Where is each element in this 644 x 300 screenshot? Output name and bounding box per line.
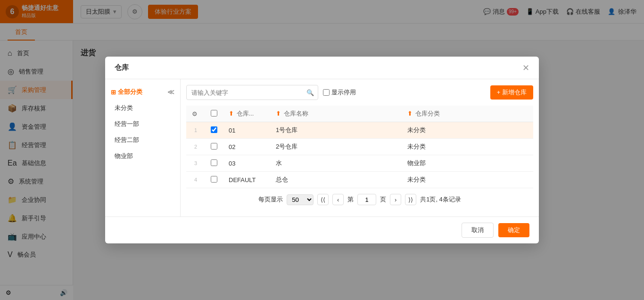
row-code-cell: DEFAULT	[223, 172, 270, 188]
page-number-input[interactable]	[357, 194, 376, 205]
category-item-dept1[interactable]: 经营一部	[105, 116, 180, 132]
warehouse-table: ⚙ ⬆ 仓库... ⬆	[186, 106, 533, 188]
next-page-button[interactable]: ›	[390, 194, 401, 205]
search-icon[interactable]: 🔍	[303, 89, 318, 96]
row-checkbox-cell	[205, 139, 223, 155]
col-checkbox	[205, 106, 223, 122]
modal-overlay: 仓库 ✕ ⊞ 全部分类 ≪ 未分类 经营一部 经营二部 物业部	[0, 0, 644, 300]
table-row[interactable]: 1 01 1号仓库 未分类	[186, 122, 533, 139]
first-page-button[interactable]: ⟨⟨	[317, 194, 329, 205]
row-checkbox-cell	[205, 122, 223, 139]
row-settings-cell: 2	[186, 139, 205, 155]
row-settings-cell: 1	[186, 122, 205, 139]
table-body: 1 01 1号仓库 未分类 2 02 2号仓库 未分类 3 03 水 物业部 4	[186, 122, 533, 188]
confirm-button[interactable]: 确定	[498, 223, 529, 237]
row-category-cell: 物业部	[402, 155, 533, 172]
modal-category-sidebar: ⊞ 全部分类 ≪ 未分类 经营一部 经营二部 物业部	[105, 79, 181, 217]
row-name-cell: 1号仓库	[270, 122, 402, 139]
row-code-cell: 01	[223, 122, 270, 139]
row-select-checkbox[interactable]	[211, 126, 217, 133]
modal-footer: 取消 确定	[105, 217, 539, 243]
row-checkbox-cell	[205, 155, 223, 172]
sort-name-icon: ⬆	[276, 110, 281, 117]
table-header: ⚙ ⬆ 仓库... ⬆	[186, 106, 533, 122]
category-item-dept2[interactable]: 经营二部	[105, 132, 180, 148]
category-item-property[interactable]: 物业部	[105, 148, 180, 164]
select-all-checkbox[interactable]	[211, 110, 217, 117]
per-page-select[interactable]: 50 100 200	[287, 194, 314, 205]
row-name-cell: 总仓	[270, 172, 402, 188]
modal-header: 仓库 ✕	[105, 57, 539, 79]
prev-page-button[interactable]: ‹	[332, 194, 344, 205]
pagination: 每页显示 50 100 200 ⟨⟨ ‹ 第 页 › ⟩⟩ 共1页, 4条记录	[186, 188, 533, 211]
category-item-unclassified[interactable]: 未分类	[105, 100, 180, 116]
modal-main-content: 🔍 显示停用 + 新增仓库 ⚙	[181, 79, 539, 217]
col-settings: ⚙	[186, 106, 205, 122]
add-warehouse-button[interactable]: + 新增仓库	[490, 85, 533, 100]
last-page-button[interactable]: ⟩⟩	[405, 194, 416, 205]
row-code-cell: 02	[223, 139, 270, 155]
table-row[interactable]: 2 02 2号仓库 未分类	[186, 139, 533, 155]
warehouse-modal: 仓库 ✕ ⊞ 全部分类 ≪ 未分类 经营一部 经营二部 物业部	[105, 57, 539, 243]
row-category-cell: 未分类	[402, 122, 533, 139]
table-row[interactable]: 3 03 水 物业部	[186, 155, 533, 172]
row-name-cell: 水	[270, 155, 402, 172]
row-settings-cell: 4	[186, 172, 205, 188]
modal-close-button[interactable]: ✕	[522, 64, 529, 72]
search-box: 🔍	[186, 85, 318, 100]
row-checkbox-cell	[205, 172, 223, 188]
row-code-cell: 03	[223, 155, 270, 172]
modal-toolbar: 🔍 显示停用 + 新增仓库	[186, 85, 533, 100]
row-select-checkbox[interactable]	[211, 159, 217, 166]
modal-body: ⊞ 全部分类 ≪ 未分类 经营一部 经营二部 物业部 🔍	[105, 79, 539, 217]
row-select-checkbox[interactable]	[211, 143, 217, 150]
grid-icon: ⊞	[111, 89, 116, 96]
modal-category-header: ⊞ 全部分类 ≪	[105, 84, 180, 100]
sidebar-collapse-button[interactable]: ≪	[167, 88, 174, 96]
row-category-cell: 未分类	[402, 172, 533, 188]
search-input[interactable]	[187, 89, 303, 96]
col-category[interactable]: ⬆ 仓库分类	[402, 106, 533, 122]
sort-category-icon: ⬆	[407, 110, 413, 117]
col-code[interactable]: ⬆ 仓库...	[223, 106, 270, 122]
col-name[interactable]: ⬆ 仓库名称	[270, 106, 402, 122]
row-name-cell: 2号仓库	[270, 139, 402, 155]
table-row[interactable]: 4 DEFAULT 总仓 未分类	[186, 172, 533, 188]
show-disabled-checkbox[interactable]	[323, 89, 330, 96]
row-category-cell: 未分类	[402, 139, 533, 155]
cancel-button[interactable]: 取消	[462, 223, 494, 238]
row-settings-cell: 3	[186, 155, 205, 172]
show-disabled-checkbox-label[interactable]: 显示停用	[323, 88, 356, 97]
sort-icon: ⬆	[229, 110, 234, 117]
row-select-checkbox[interactable]	[211, 176, 217, 183]
modal-title: 仓库	[115, 63, 129, 72]
warehouse-table-container: ⚙ ⬆ 仓库... ⬆	[186, 106, 533, 188]
